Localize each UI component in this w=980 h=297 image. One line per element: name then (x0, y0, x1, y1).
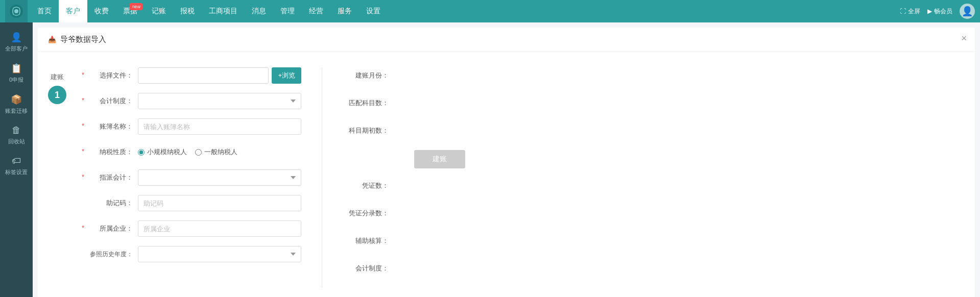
nav-tax[interactable]: 报税 (173, 0, 202, 22)
build-month-row: 建账月份： (343, 67, 537, 84)
nav-accounts[interactable]: 记账 (145, 0, 173, 22)
memo-code-input[interactable] (138, 195, 301, 211)
nav-service[interactable]: 服务 (330, 0, 359, 22)
nav-fee[interactable]: 收费 (87, 0, 116, 22)
ledger-name-row: 账簿名称： (87, 118, 301, 135)
nav-business[interactable]: 工商项目 (202, 0, 245, 22)
form-divider (322, 67, 322, 288)
history-year-row: 参照历史年度： (87, 246, 301, 262)
svg-point-1 (14, 9, 18, 13)
assign-accountant-label: 指派会计： (87, 173, 133, 182)
member-button[interactable]: ▶ 畅会员 (927, 7, 952, 16)
step-circle: 1 (48, 86, 66, 104)
initial-subject-label: 科目期初数： (343, 126, 389, 135)
declare-icon: 📋 (11, 63, 22, 74)
general-taxpayer-radio[interactable] (195, 149, 202, 156)
tax-type-radio-group: 小规模纳税人 一般纳税人 (138, 147, 237, 157)
auxiliary-accounting-label: 辅助核算： (343, 236, 389, 245)
main-layout: 👤 全部客户 📋 0申报 📦 账套迁移 🗑 回收站 🏷 标签设置 📥 导爷数据导… (0, 22, 980, 297)
card-title: 导爷数据导入 (60, 35, 106, 44)
ledger-name-input[interactable] (138, 118, 301, 135)
step-label: 建账 (51, 72, 64, 82)
nav-message[interactable]: 消息 (245, 0, 273, 22)
tax-type-row: 纳税性质： 小规模纳税人 一般纳税人 (87, 144, 301, 160)
sidebar-item-migrate[interactable]: 📦 账套迁移 (0, 89, 33, 120)
nav-invoice[interactable]: 票据 new (116, 0, 145, 22)
form-right: 建账月份： 匹配科目数： 科目期初数： 建账 (343, 67, 537, 288)
form-left: 选择文件： +浏览 会计制度： (87, 67, 301, 288)
match-subject-label: 匹配科目数： (343, 98, 389, 108)
top-navigation: 首页 客户 收费 票据 new 记账 报税 工商项目 消息 管理 经营 服务 设… (0, 0, 980, 22)
nav-right: ⛶ 全屏 ▶ 畅会员 👤 (900, 4, 975, 19)
initial-subject-row: 科目期初数： (343, 122, 537, 139)
general-taxpayer-option[interactable]: 一般纳税人 (195, 147, 237, 157)
memo-code-label: 助记码： (87, 199, 133, 208)
build-button[interactable]: 建账 (414, 150, 465, 168)
accounting-system-row: 会计制度： (87, 93, 301, 109)
assign-accountant-select[interactable] (138, 169, 301, 186)
ledger-name-label: 账簿名称： (87, 122, 133, 131)
voucher-count-row: 凭证数： (343, 178, 537, 194)
file-input[interactable] (138, 67, 269, 84)
logo[interactable] (5, 0, 28, 22)
accounting-system-select[interactable] (138, 93, 301, 109)
import-card: 📥 导爷数据导入 × 建账 1 选择文件： (38, 28, 975, 297)
history-year-select[interactable] (138, 246, 301, 262)
member-icon: ▶ (927, 8, 932, 15)
recycle-icon: 🗑 (12, 125, 21, 136)
step-indicator: 建账 1 (48, 67, 66, 288)
form-area: 建账 1 选择文件： +浏览 会计制度： (38, 52, 975, 297)
sidebar-item-tag-settings[interactable]: 🏷 标签设置 (0, 151, 33, 181)
nav-customer[interactable]: 客户 (59, 0, 87, 22)
browse-button[interactable]: +浏览 (272, 67, 301, 84)
card-title-icon: 📥 (48, 36, 56, 43)
select-file-label: 选择文件： (87, 71, 133, 80)
auxiliary-accounting-row: 辅助核算： (343, 233, 537, 249)
accounting-system-label: 会计制度： (87, 96, 133, 106)
fullscreen-button[interactable]: ⛶ 全屏 (900, 7, 920, 16)
voucher-records-label: 凭证分录数： (343, 209, 389, 218)
match-subject-row: 匹配科目数： (343, 95, 537, 111)
invoice-badge: new (130, 3, 142, 10)
small-taxpayer-option[interactable]: 小规模纳税人 (138, 147, 187, 157)
history-year-label: 参照历史年度： (87, 250, 133, 259)
accounting-system-r-label: 会计制度： (343, 264, 389, 273)
sidebar: 👤 全部客户 📋 0申报 📦 账套迁移 🗑 回收站 🏷 标签设置 (0, 22, 33, 297)
avatar-icon: 👤 (962, 6, 973, 17)
small-taxpayer-radio[interactable] (138, 149, 145, 156)
main-content: 📥 导爷数据导入 × 建账 1 选择文件： (33, 22, 980, 297)
assign-accountant-row: 指派会计： (87, 169, 301, 186)
company-row: 所属企业： (87, 220, 301, 237)
company-label: 所属企业： (87, 224, 133, 233)
memo-code-row: 助记码： (87, 195, 301, 211)
small-taxpayer-label: 小规模纳税人 (147, 147, 187, 157)
build-month-label: 建账月份： (343, 71, 389, 80)
select-file-row: 选择文件： +浏览 (87, 67, 301, 84)
migrate-icon: 📦 (11, 94, 22, 105)
nav-operation[interactable]: 经营 (302, 0, 330, 22)
file-input-group: +浏览 (138, 67, 301, 84)
card-header: 📥 导爷数据导入 × (38, 28, 975, 52)
all-customers-icon: 👤 (11, 32, 22, 43)
voucher-count-label: 凭证数： (343, 181, 389, 190)
build-btn-container: 建账 (343, 150, 537, 168)
sidebar-item-recycle[interactable]: 🗑 回收站 (0, 120, 33, 151)
tax-type-label: 纳税性质： (87, 147, 133, 157)
sidebar-item-all-customers[interactable]: 👤 全部客户 (0, 27, 33, 58)
fullscreen-icon: ⛶ (900, 8, 906, 15)
nav-settings[interactable]: 设置 (359, 0, 388, 22)
nav-manage[interactable]: 管理 (273, 0, 302, 22)
close-button[interactable]: × (961, 34, 967, 43)
general-taxpayer-label: 一般纳税人 (204, 147, 237, 157)
company-input[interactable] (138, 220, 301, 237)
nav-home[interactable]: 首页 (30, 0, 59, 22)
sidebar-item-declare[interactable]: 📋 0申报 (0, 58, 33, 89)
tag-settings-icon: 🏷 (12, 156, 21, 166)
accounting-system-r-row: 会计制度： (343, 260, 537, 277)
user-avatar[interactable]: 👤 (960, 4, 975, 19)
voucher-records-row: 凭证分录数： (343, 205, 537, 221)
nav-items: 首页 客户 收费 票据 new 记账 报税 工商项目 消息 管理 经营 服务 设… (30, 0, 900, 22)
